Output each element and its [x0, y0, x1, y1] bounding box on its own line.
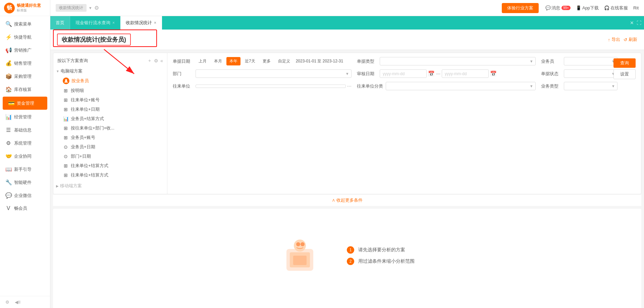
scheme-item-partner-settle2[interactable]: ⊞ 往来单位+结算方式 — [59, 170, 167, 180]
query-button[interactable]: 查询 — [613, 58, 636, 68]
partner-filter-item: 往来单位 ··· — [173, 83, 352, 89]
partner-ellipsis[interactable]: ··· — [347, 83, 352, 89]
scheme-item-salesman-date[interactable]: ⊙ 业务员+日期 — [59, 142, 167, 152]
sidebar-item-quicknav[interactable]: ⚡ 快捷导航 — [0, 31, 50, 44]
scheme-settings-icon[interactable]: ⚙ — [154, 58, 158, 63]
date-tab-thisyear[interactable]: 本年 — [226, 57, 240, 65]
sidebar-item-purchase[interactable]: 📦 采购管理 — [0, 70, 50, 83]
sidebar-label: 基础信息 — [14, 127, 32, 133]
record-status-label: 单据状态 — [541, 71, 561, 77]
sidebar-item-inventory[interactable]: 🏠 库存核算 — [0, 83, 50, 96]
scheme-collapse-icon[interactable]: « — [160, 58, 163, 63]
sidebar-label: 智能硬件 — [14, 179, 32, 186]
dept-select[interactable]: ▾ — [196, 69, 352, 78]
sidebar-item-hardware[interactable]: 🔧 智能硬件 — [0, 176, 50, 189]
empty-step-1: 1 请先选择要分析的方案 — [347, 246, 415, 254]
footer-collapse-icon[interactable]: ◀II — [15, 300, 20, 305]
scheme-item-salesman[interactable]: 按业务员 — [59, 76, 167, 86]
sidebar-label: 采购管理 — [14, 73, 32, 80]
record-type-select[interactable]: ▾ — [380, 57, 536, 65]
notification-area[interactable]: 💬 消息 99+ — [545, 5, 571, 11]
review-date-to[interactable]: yyyy-mm-dd — [442, 69, 489, 78]
refresh-button[interactable]: ↺ 刷新 — [624, 37, 637, 43]
scheme-item-partner-dept[interactable]: ⊞ 按往来单位+部门+收... — [59, 123, 167, 133]
sidebar-item-sales[interactable]: 💰 销售管理 — [0, 57, 50, 70]
salesman-select[interactable]: ▾ — [564, 57, 618, 65]
scheme-item-salesman-account[interactable]: ⊞ 业务员+账号 — [59, 133, 167, 142]
scheme-item-partner-account[interactable]: ⊞ 往来单位+账号 — [59, 95, 167, 105]
sidebar-item-baseinfo[interactable]: ☰ 基础信息 — [0, 123, 50, 137]
export-button[interactable]: ↑ 导出 — [608, 37, 621, 43]
filter-row-3: 往来单位 ··· 往来单位分类 — [173, 82, 608, 90]
service-label: 在线客服 — [610, 5, 628, 11]
calendar-icon-2[interactable]: 📅 — [490, 70, 497, 77]
scheme-item-partner-settle1[interactable]: ⊞ 往来单位+结算方式 — [59, 161, 167, 170]
step-1-num: 1 — [347, 246, 354, 254]
tab-receipt-close[interactable]: × — [154, 20, 156, 25]
trial-button[interactable]: 体验行业方案 — [502, 3, 539, 13]
scheme-icon: ⊞ — [63, 97, 69, 103]
tab-receipt[interactable]: 收款情况统计 × — [120, 16, 162, 30]
sidebar-item-member[interactable]: V 畅会员 — [0, 202, 50, 215]
content-area: 收款情况统计(按业务员) ↑ 导出 ↺ 刷新 按以下方案查询 ＋ — [50, 30, 644, 308]
sidebar-label: 库存核算 — [14, 87, 32, 93]
dept-filter-item: 部门 ▾ — [173, 69, 352, 78]
settings-button[interactable]: 设置 — [613, 69, 636, 79]
filter-top-row: 单据日期 上月 本月 本年 近7天 更多 自定义 — [173, 57, 636, 94]
tab-cashflow-label: 现金银行流水查询 — [75, 20, 110, 26]
empty-svg — [280, 236, 320, 276]
filter-area: 单据日期 上月 本月 本年 近7天 更多 自定义 — [167, 53, 641, 194]
partner-select[interactable] — [196, 85, 346, 88]
download-icon: 📱 — [576, 5, 581, 10]
app-download-area[interactable]: 📱 App下载 — [576, 5, 599, 11]
close-window-icon[interactable]: ✕ — [630, 20, 634, 25]
scheme-item-label: 按明细 — [71, 88, 84, 94]
date-tab-custom[interactable]: 自定义 — [275, 57, 293, 65]
export-label: 导出 — [611, 37, 620, 43]
scheme-item-dept-date[interactable]: ⊙ 部门+日期 — [59, 152, 167, 161]
user-name[interactable]: Rit — [633, 5, 639, 10]
collapse-bar[interactable]: ∧ 收起更多条件 — [53, 194, 641, 206]
scheme-item-detail[interactable]: ⊞ 按明细 — [59, 86, 167, 95]
footer-settings-icon[interactable]: ⚙ — [5, 300, 9, 305]
record-status-select[interactable]: ▾ — [564, 69, 618, 78]
dept-arrow: ▾ — [346, 71, 348, 76]
sidebar-item-finance[interactable]: 💳 资金管理 — [3, 97, 47, 110]
tab-cashflow[interactable]: 现金银行流水查询 × — [70, 16, 120, 30]
date-tab-thismonth[interactable]: 本月 — [211, 57, 225, 65]
tab-cashflow-close[interactable]: × — [112, 20, 115, 25]
online-service-area[interactable]: 🎧 在线客服 — [604, 5, 628, 11]
sidebar-label: 企业微信 — [14, 193, 32, 199]
sidebar-item-system[interactable]: ⚙ 系统管理 — [0, 137, 50, 150]
svg-point-5 — [296, 242, 300, 246]
review-date-to-placeholder: yyyy-mm-dd — [445, 71, 467, 76]
partner-category-select[interactable]: ▾ — [386, 82, 536, 90]
biz-type-select[interactable]: ▾ — [564, 82, 618, 90]
scheme-item-salesman-settle[interactable]: 📊 业务员+结算方式 — [59, 114, 167, 123]
review-date-from[interactable]: yyyy-mm-dd — [380, 69, 427, 78]
scheme-add-icon[interactable]: ＋ — [147, 58, 152, 64]
sidebar-label: 畅会员 — [14, 205, 27, 211]
breadcrumb-dropdown[interactable]: ▾ — [89, 5, 92, 10]
svg-point-0 — [65, 79, 67, 81]
sidebar-item-search[interactable]: 🔍 搜索菜单 — [0, 17, 50, 31]
date-tab-7days[interactable]: 近7天 — [242, 57, 258, 65]
mobile-group-title[interactable]: ▶ 移动端方案 — [53, 181, 167, 191]
marketing-icon: 📢 — [5, 47, 11, 53]
maximize-window-icon[interactable]: ⛶ — [637, 20, 641, 25]
tab-home[interactable]: 首页 — [50, 16, 70, 30]
calendar-icon-1[interactable]: 📅 — [428, 70, 435, 77]
sidebar-item-wechat[interactable]: 💬 企业微信 — [0, 189, 50, 202]
sidebar-item-collab[interactable]: 🤝 企业协同 — [0, 150, 50, 163]
header-gear-icon[interactable]: ⚙ — [94, 5, 99, 11]
date-tab-more[interactable]: 更多 — [260, 57, 274, 65]
scheme-item-label: 往来单位+结算方式 — [71, 163, 108, 169]
empty-steps: 1 请先选择要分析的方案 2 用过滤条件来缩小分析范围 — [347, 246, 415, 265]
sidebar-item-marketing[interactable]: 📢 营销推广 — [0, 44, 50, 57]
scheme-item-partner-date[interactable]: ⊞ 往来单位+日期 — [59, 105, 167, 114]
date-tab-lastmonth[interactable]: 上月 — [196, 57, 210, 65]
sidebar-item-guide[interactable]: 📖 新手引导 — [0, 163, 50, 176]
date-range-display: 2023-01-01 至 2023-12-31 — [296, 58, 343, 64]
desktop-group-title[interactable]: ▼ 电脑端方案 — [53, 66, 167, 76]
sidebar-item-business[interactable]: 📊 经营管理 — [0, 110, 50, 123]
